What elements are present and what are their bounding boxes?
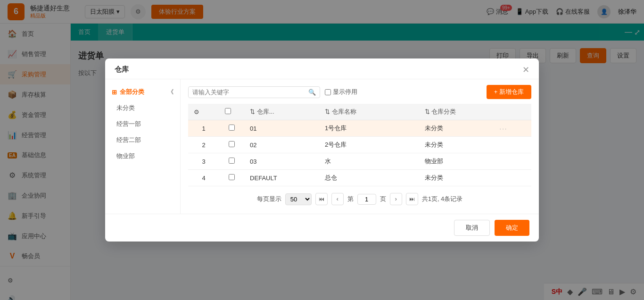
row-action [494, 170, 531, 186]
confirm-button[interactable]: 确定 [495, 220, 529, 236]
pagination: 每页显示 50 10 20 100 ⏮ ‹ 第 页 › ⏭ 共1页, 4条记录 [188, 186, 531, 208]
table-header-row: ⚙ ⇅ 仓库... ⇅ 仓库名称 [188, 104, 531, 120]
row-checkbox-cell [219, 120, 244, 137]
row-index: 1 [188, 120, 219, 137]
category-item-dept2[interactable]: 经营二部 [105, 132, 180, 148]
row-action [494, 137, 531, 153]
row-code: 02 [244, 137, 319, 153]
row-category: 未分类 [419, 137, 494, 153]
page-suffix: 页 [380, 195, 386, 203]
col-header-check [219, 104, 244, 120]
per-page-select[interactable]: 50 10 20 100 [285, 193, 312, 205]
modal-overlay: 仓库 ✕ ⊞ 全部分类 《 未分类 经营一部 经营二部 物业部 [0, 0, 644, 300]
col-header-settings: ⚙ [188, 104, 219, 120]
search-input[interactable] [192, 89, 308, 96]
row-code: DEFAULT [244, 170, 319, 186]
sort-icon: ⇅ [425, 108, 430, 115]
next-page-button[interactable]: › [390, 193, 402, 205]
row-index: 2 [188, 137, 219, 153]
dialog-footer: 取消 确定 [105, 214, 539, 242]
grid-icon: ⊞ [112, 89, 117, 96]
collapse-icon[interactable]: 《 [168, 88, 173, 96]
add-warehouse-button[interactable]: + 新增仓库 [487, 85, 531, 99]
category-item-unclassified[interactable]: 未分类 [105, 100, 180, 116]
prev-page-button[interactable]: ‹ [331, 193, 344, 205]
table-row[interactable]: 2 02 2号仓库 未分类 [188, 137, 531, 153]
last-page-button[interactable]: ⏭ [406, 193, 418, 205]
first-page-button[interactable]: ⏮ [315, 193, 328, 205]
row-category: 物业部 [419, 153, 494, 170]
col-header-action [494, 104, 531, 120]
row-action [494, 153, 531, 170]
row-checkbox[interactable] [229, 158, 235, 164]
row-checkbox[interactable] [229, 125, 235, 131]
table-area: 🔍 显示停用 + 新增仓库 ⚙ [181, 79, 539, 214]
page-label: 第 [347, 195, 354, 203]
row-category: 未分类 [419, 120, 494, 137]
row-checkbox-cell [219, 137, 244, 153]
category-item-property[interactable]: 物业部 [105, 148, 180, 164]
row-checkbox[interactable] [229, 141, 235, 147]
table-row[interactable]: 4 DEFAULT 总仓 未分类 [188, 170, 531, 186]
row-category: 未分类 [419, 170, 494, 186]
all-category-label: 全部分类 [120, 88, 144, 96]
row-name: 总仓 [319, 170, 419, 186]
row-name: 水 [319, 153, 419, 170]
search-icon[interactable]: 🔍 [308, 89, 316, 96]
row-checkbox-cell [219, 153, 244, 170]
warehouse-dialog: 仓库 ✕ ⊞ 全部分类 《 未分类 经营一部 经营二部 物业部 [105, 58, 539, 242]
dialog-title: 仓库 [115, 65, 129, 74]
dialog-body: ⊞ 全部分类 《 未分类 经营一部 经营二部 物业部 🔍 [105, 79, 539, 214]
action-menu-icon[interactable]: ··· [500, 125, 508, 132]
row-name: 1号仓库 [319, 120, 419, 137]
cancel-button[interactable]: 取消 [454, 220, 490, 236]
total-records: 共1页, 4条记录 [422, 195, 463, 203]
category-item-dept1[interactable]: 经营一部 [105, 116, 180, 132]
row-checkbox[interactable] [229, 174, 235, 180]
sort-icon: ⇅ [325, 108, 330, 115]
table-row[interactable]: 1 01 1号仓库 未分类 ··· [188, 120, 531, 137]
search-box: 🔍 [188, 86, 320, 98]
row-index: 4 [188, 170, 219, 186]
page-input[interactable] [357, 194, 376, 205]
row-index: 3 [188, 153, 219, 170]
warehouse-table: ⚙ ⇅ 仓库... ⇅ 仓库名称 [188, 104, 531, 186]
row-code: 01 [244, 120, 319, 137]
category-sidebar: ⊞ 全部分类 《 未分类 经营一部 经营二部 物业部 [105, 79, 181, 214]
table-row[interactable]: 3 03 水 物业部 [188, 153, 531, 170]
row-name: 2号仓库 [319, 137, 419, 153]
close-button[interactable]: ✕ [522, 66, 529, 74]
row-code: 03 [244, 153, 319, 170]
show-disabled-checkbox[interactable] [325, 89, 331, 95]
per-page-label: 每页显示 [257, 195, 281, 203]
col-header-name: ⇅ 仓库名称 [319, 104, 419, 120]
sort-icon: ⇅ [250, 108, 255, 115]
show-disabled-label: 显示停用 [325, 88, 357, 96]
col-header-code: ⇅ 仓库... [244, 104, 319, 120]
row-action: ··· [494, 120, 531, 137]
all-category-item[interactable]: ⊞ 全部分类 《 [105, 84, 180, 100]
row-checkbox-cell [219, 170, 244, 186]
select-all-checkbox[interactable] [225, 108, 231, 114]
table-toolbar: 🔍 显示停用 + 新增仓库 [188, 85, 531, 99]
col-header-category: ⇅ 仓库分类 [419, 104, 494, 120]
table-scroll: ⚙ ⇅ 仓库... ⇅ 仓库名称 [188, 104, 531, 186]
dialog-header: 仓库 ✕ [105, 58, 539, 79]
